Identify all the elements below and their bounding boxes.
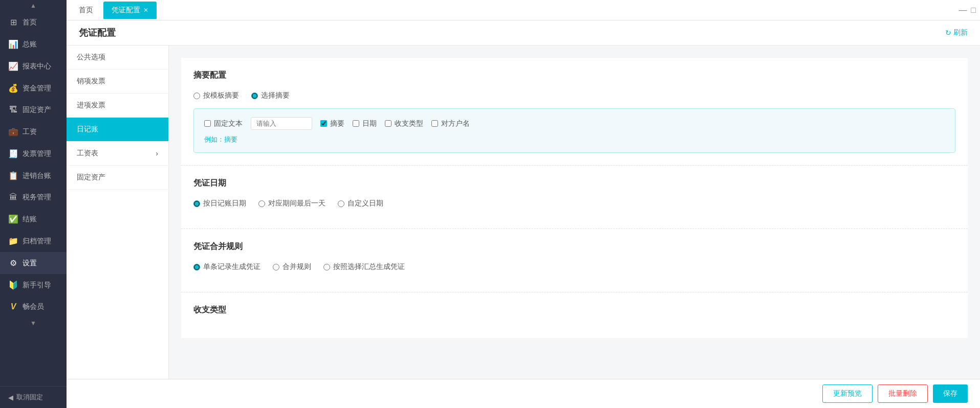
window-maximize-icon[interactable]: □ — [971, 6, 976, 15]
sidebar-item-new-guide[interactable]: 🔰 新手引导 — [0, 274, 67, 296]
checkbox-summary[interactable]: 摘要 — [320, 119, 344, 128]
sidebar-item-invoice-management[interactable]: 🧾 发票管理 — [0, 143, 67, 165]
nav-item-purchase-invoice-label: 进项发票 — [77, 101, 105, 110]
summary-radio-group: 按模板摘要 选择摘要 — [193, 91, 955, 100]
sidebar-scroll-down[interactable]: ▼ — [0, 318, 67, 329]
merge-rules-section-title: 凭证合并规则 — [193, 241, 955, 252]
checkbox-income-expense-type[interactable]: 收支类型 — [385, 119, 423, 128]
radio-single-record-input[interactable] — [193, 264, 200, 270]
checkbox-counterpart-name-label: 对方户名 — [441, 119, 470, 128]
home-icon: ⊞ — [8, 17, 18, 27]
summary-section-title: 摘要配置 — [193, 70, 955, 81]
radio-last-day-of-period-input[interactable] — [258, 200, 265, 207]
checkbox-date-input[interactable] — [353, 120, 359, 127]
sidebar-item-general-ledger-label: 总账 — [23, 40, 37, 49]
refresh-button[interactable]: ↻ 刷新 — [945, 28, 968, 37]
nav-item-purchase-invoice[interactable]: 进项发票 — [67, 94, 168, 118]
checkbox-date[interactable]: 日期 — [353, 119, 377, 128]
window-minimize-icon[interactable]: — — [959, 6, 967, 15]
nav-item-journal[interactable]: 日记账 — [67, 118, 168, 142]
page-header: 凭证配置 ↻ 刷新 — [67, 20, 980, 46]
tab-home[interactable]: 首页 — [71, 2, 101, 19]
radio-choose-summary[interactable]: 选择摘要 — [251, 91, 290, 100]
checkbox-date-label: 日期 — [362, 119, 377, 128]
income-expense-type-title: 收支类型 — [193, 305, 955, 315]
refresh-icon: ↻ — [945, 29, 951, 37]
nav-item-journal-label: 日记账 — [77, 125, 98, 134]
nav-item-public-options[interactable]: 公共选项 — [67, 46, 168, 70]
radio-generate-by-selection[interactable]: 按照选择汇总生成凭证 — [323, 262, 405, 271]
radio-template-summary-label: 按模板摘要 — [203, 91, 239, 100]
sidebar-item-general-ledger[interactable]: 📊 总账 — [0, 33, 67, 55]
sidebar-item-settings[interactable]: ⚙ 设置 — [0, 252, 67, 274]
radio-last-day-of-period[interactable]: 对应期间最后一天 — [258, 199, 325, 208]
sidebar-item-fixed-assets[interactable]: 🏗 固定资产 — [0, 99, 67, 121]
body-layout: 公共选项 销项发票 进项发票 日记账 工资表 › 固定资产 — [67, 46, 980, 379]
save-button[interactable]: 保存 — [933, 384, 968, 403]
page-title: 凭证配置 — [79, 27, 116, 39]
tab-voucher-config-close[interactable]: ✕ — [143, 7, 148, 14]
report-center-icon: 📈 — [8, 61, 18, 71]
batch-delete-button[interactable]: 批量删除 — [878, 384, 928, 403]
radio-merge-rules-input[interactable] — [273, 264, 279, 270]
checkbox-fixed-text[interactable]: 固定文本 — [204, 119, 243, 128]
settlement-icon: ✅ — [8, 214, 18, 224]
sidebar-item-archive-management[interactable]: 📁 归档管理 — [0, 230, 67, 252]
tab-voucher-config[interactable]: 凭证配置 ✕ — [103, 2, 157, 19]
sidebar-item-payroll[interactable]: 💼 工资 — [0, 121, 67, 143]
update-preview-button[interactable]: 更新预览 — [822, 384, 873, 403]
sidebar-unpin[interactable]: ◀ 取消固定 — [0, 386, 67, 408]
sidebar-item-report-center-label: 报表中心 — [23, 62, 51, 71]
radio-merge-rules[interactable]: 合并规则 — [273, 262, 311, 271]
radio-by-journal-date-input[interactable] — [193, 200, 200, 207]
fixed-text-input[interactable] — [251, 117, 312, 130]
merge-rules-section: 凭证合并规则 单条记录生成凭证 合并规则 按照选择汇总生成凭证 — [181, 229, 968, 292]
right-content: 摘要配置 按模板摘要 选择摘要 — [169, 46, 980, 379]
invoice-management-icon: 🧾 — [8, 149, 18, 158]
voucher-date-section-title: 凭证日期 — [193, 178, 955, 189]
sidebar-item-home-label: 首页 — [23, 18, 37, 27]
radio-custom-date-input[interactable] — [338, 200, 344, 207]
radio-custom-date[interactable]: 自定义日期 — [338, 199, 383, 208]
checkbox-fixed-text-label: 固定文本 — [214, 119, 243, 128]
sidebar-item-settlement[interactable]: ✅ 结账 — [0, 208, 67, 230]
sidebar-item-report-center[interactable]: 📈 报表中心 — [0, 55, 67, 77]
radio-last-day-of-period-label: 对应期间最后一天 — [268, 199, 325, 208]
sidebar-item-settlement-label: 结账 — [23, 215, 37, 224]
checkbox-counterpart-name[interactable]: 对方户名 — [431, 119, 470, 128]
main-area: 首页 凭证配置 ✕ — □ 凭证配置 ↻ 刷新 公共选项 — [67, 0, 980, 408]
general-ledger-icon: 📊 — [8, 39, 18, 49]
checkbox-income-expense-type-input[interactable] — [385, 120, 391, 127]
tab-bar: 首页 凭证配置 ✕ — □ — [67, 0, 980, 20]
unpin-icon: ◀ — [8, 394, 13, 401]
sidebar-item-home[interactable]: ⊞ 首页 — [0, 11, 67, 33]
checkbox-summary-input[interactable] — [320, 120, 327, 127]
checkbox-income-expense-type-label: 收支类型 — [395, 119, 423, 128]
checkbox-fixed-text-input[interactable] — [204, 120, 211, 127]
radio-by-journal-date-label: 按日记账日期 — [203, 199, 246, 208]
tab-voucher-config-label: 凭证配置 — [112, 6, 140, 15]
summary-config-box: 固定文本 摘要 日期 — [193, 108, 955, 153]
checkbox-counterpart-name-input[interactable] — [431, 120, 438, 127]
merge-rules-radio-group: 单条记录生成凭证 合并规则 按照选择汇总生成凭证 — [193, 262, 955, 271]
radio-generate-by-selection-label: 按照选择汇总生成凭证 — [333, 262, 405, 271]
sidebar-item-tax-management[interactable]: 🏛 税务管理 — [0, 187, 67, 208]
nav-item-fixed-assets-nav[interactable]: 固定资产 — [67, 166, 168, 190]
payroll-icon: 💼 — [8, 127, 18, 137]
radio-generate-by-selection-input[interactable] — [323, 264, 330, 270]
refresh-label: 刷新 — [953, 28, 968, 37]
archive-management-icon: 📁 — [8, 236, 18, 246]
nav-item-sales-invoice[interactable]: 销项发票 — [67, 70, 168, 94]
radio-by-journal-date[interactable]: 按日记账日期 — [193, 199, 246, 208]
sidebar-item-premium[interactable]: V 畅会员 — [0, 296, 67, 318]
sidebar-item-archive-management-label: 归档管理 — [23, 237, 51, 246]
radio-template-summary-input[interactable] — [193, 93, 200, 99]
radio-single-record[interactable]: 单条记录生成凭证 — [193, 262, 260, 271]
nav-item-payroll-table[interactable]: 工资表 › — [67, 142, 168, 166]
radio-choose-summary-input[interactable] — [251, 93, 258, 99]
sidebar-scroll-up[interactable]: ▲ — [0, 0, 67, 11]
sidebar-item-purchase-sales[interactable]: 📋 进销台账 — [0, 165, 67, 187]
purchase-sales-icon: 📋 — [8, 171, 18, 180]
sidebar-item-fund-management[interactable]: 💰 资金管理 — [0, 77, 67, 99]
radio-template-summary[interactable]: 按模板摘要 — [193, 91, 239, 100]
